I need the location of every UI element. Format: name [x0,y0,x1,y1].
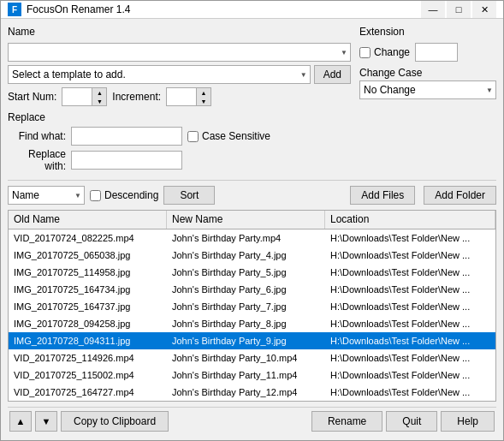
replace-input[interactable] [71,151,182,170]
header-location: Location [325,211,495,229]
sort-row: NameDateSizeType Descending Sort Add Fil… [8,180,496,205]
replace-with-label: Replace with: [8,148,66,172]
cell-old-name: IMG_20170725_065038.jpg [9,248,167,262]
replace-section: Replace Find what: Case Sensitive Replac… [8,111,496,175]
cell-old-name: VID_20170725_115002.mp4 [9,368,167,382]
extension-input[interactable]: jpg [415,43,458,62]
move-down-button[interactable]: ▼ [35,411,57,432]
descending-checkbox[interactable] [90,190,101,201]
cell-location: H:\Downloads\Test Folder\New ... [325,385,495,399]
add-files-button[interactable]: Add Files [350,186,415,205]
start-num-input[interactable]: 1 [62,87,92,106]
cell-old-name: VID_20170725_114926.mp4 [9,351,167,365]
case-sensitive-checkbox[interactable] [187,131,199,142]
table-row[interactable]: VID_20170725_114926.mp4John's Birthday P… [9,349,495,367]
rename-button[interactable]: Rename [311,411,382,432]
cell-old-name: VID_20170724_082225.mp4 [9,231,167,245]
titlebar-title: FocusOn Renamer 1.4 [27,3,421,15]
cell-new-name: John's Birthday Party_11.mp4 [167,368,325,382]
find-row: Find what: Case Sensitive [8,127,496,146]
cell-location: H:\Downloads\Test Folder\New ... [325,317,495,331]
table-row[interactable]: IMG_20170725_114958.jpgJohn's Birthday P… [9,264,495,281]
minimize-button[interactable]: — [421,1,445,18]
increment-label: Increment: [112,91,161,103]
sort-select[interactable]: NameDateSizeType [8,186,85,205]
cell-old-name: IMG_20170728_094258.jpg [9,317,167,331]
add-folder-button[interactable]: Add Folder [424,186,496,205]
cell-location: H:\Downloads\Test Folder\New ... [325,351,495,365]
cell-new-name: John's Birthday Party_5.jpg [167,265,325,279]
titlebar-buttons: — □ ✕ [421,1,496,18]
table-row[interactable]: IMG_20170725_164734.jpgJohn's Birthday P… [9,281,495,298]
table-row[interactable]: IMG_20170728_094258.jpgJohn's Birthday P… [9,315,495,332]
table-row[interactable]: IMG_20170725_164737.jpgJohn's Birthday P… [9,298,495,315]
increment-up[interactable]: ▲ [197,88,210,97]
cell-location: H:\Downloads\Test Folder\New ... [325,248,495,262]
table-row[interactable]: VID_20170724_082225.mp4John's Birthday P… [9,229,495,247]
copy-to-clipboard-button[interactable]: Copy to Clipboard [61,411,169,432]
change-ext-label: Change [374,46,410,58]
table-row[interactable]: VID_20170725_115002.mp4John's Birthday P… [9,367,495,384]
extension-row: Change jpg [359,43,496,62]
case-sensitive-label[interactable]: Case Sensitive [187,130,270,142]
increment-down[interactable]: ▼ [197,97,210,105]
change-case-section: Change Case No ChangeLowercaseUppercaseT… [359,67,496,99]
cell-old-name: IMG_20170725_114958.jpg [9,265,167,279]
find-input[interactable] [71,127,182,146]
cell-location: H:\Downloads\Test Folder\New ... [325,368,495,382]
increment-spinner: 1 ▲ ▼ [166,87,211,106]
quit-button[interactable]: Quit [386,411,437,432]
change-case-label: Change Case [359,67,496,79]
cell-new-name: John's Birthday Party_4.jpg [167,248,325,262]
bottom-bar: ▲ ▼ Copy to Clipboard Rename Quit Help [8,407,496,433]
change-ext-checkbox-label[interactable]: Change [359,46,410,58]
start-num-down[interactable]: ▼ [92,97,106,105]
cell-new-name: John's Birthday Party_9.jpg [167,334,325,348]
start-num-up[interactable]: ▲ [92,88,106,97]
cell-location: H:\Downloads\Test Folder\New ... [325,231,495,245]
cell-old-name: IMG_20170725_164734.jpg [9,283,167,296]
name-input[interactable]: John's Birthday Party [8,43,351,62]
sort-select-wrap: NameDateSizeType [8,186,85,205]
file-list: Old Name New Name Location VID_20170724_… [8,210,496,402]
titlebar: F FocusOn Renamer 1.4 — □ ✕ [1,1,503,19]
file-list-header: Old Name New Name Location [9,211,495,229]
case-sensitive-text: Case Sensitive [202,130,270,142]
replace-label: Replace [8,111,496,123]
cell-location: H:\Downloads\Test Folder\New ... [325,300,495,313]
name-label: Name [8,26,351,38]
cell-location: H:\Downloads\Test Folder\New ... [325,283,495,296]
help-button[interactable]: Help [441,411,495,432]
replace-row: Replace with: [8,148,496,172]
table-row[interactable]: IMG_20170728_094311.jpgJohn's Birthday P… [9,332,495,349]
file-list-scroll[interactable]: VID_20170724_082225.mp4John's Birthday P… [9,229,495,401]
top-row: Name John's Birthday Party Select a temp… [8,26,496,106]
template-row: Select a template to add. Add [8,65,351,84]
num-row: Start Num: 1 ▲ ▼ Increment: 1 ▲ ▼ [8,87,351,106]
start-num-spinner: 1 ▲ ▼ [62,87,107,106]
close-button[interactable]: ✕ [472,1,496,18]
find-label: Find what: [8,130,66,142]
extension-section: Extension Change jpg Change Case No Chan… [359,26,496,106]
main-content: Name John's Birthday Party Select a temp… [1,19,503,440]
change-case-select[interactable]: No ChangeLowercaseUppercaseTitle Case [359,80,496,99]
move-up-button[interactable]: ▲ [9,411,32,432]
start-num-buttons: ▲ ▼ [92,87,107,106]
cell-old-name: IMG_20170728_094311.jpg [9,334,167,348]
sort-button[interactable]: Sort [163,186,215,205]
cell-old-name: IMG_20170725_164737.jpg [9,300,167,313]
descending-text: Descending [104,189,158,201]
cell-location: H:\Downloads\Test Folder\New ... [325,265,495,279]
cell-new-name: John's Birthday Party_8.jpg [167,317,325,331]
add-button[interactable]: Add [314,65,351,84]
change-ext-checkbox[interactable] [359,47,371,58]
cell-new-name: John's Birthday Party.mp4 [167,231,325,245]
table-row[interactable]: VID_20170725_164727.mp4John's Birthday P… [9,384,495,401]
cell-location: H:\Downloads\Test Folder\New ... [325,334,495,348]
maximize-button[interactable]: □ [447,1,471,18]
increment-buttons: ▲ ▼ [197,87,211,106]
descending-label[interactable]: Descending [90,189,158,201]
template-select[interactable]: Select a template to add. [8,65,311,84]
increment-input[interactable]: 1 [166,87,197,106]
table-row[interactable]: IMG_20170725_065038.jpgJohn's Birthday P… [9,247,495,264]
